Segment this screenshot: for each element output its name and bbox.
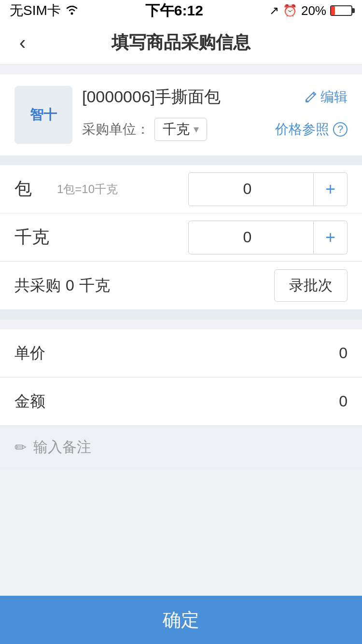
remark-placeholder: 输入备注 [33,437,91,457]
back-button[interactable]: ‹ [14,27,30,58]
total-row: 共采购 0 千克 录批次 [0,262,362,310]
product-name-row: [0000006]手撕面包 编辑 [82,86,348,108]
svg-point-0 [70,13,73,15]
batch-button[interactable]: 录批次 [274,269,348,302]
divider-2 [0,310,362,320]
price-ref-button[interactable]: 价格参照 ? [275,120,348,139]
price-ref-label: 价格参照 [275,120,329,139]
unit-price-label: 单价 [14,343,45,364]
amount-label: 金额 [14,391,45,412]
confirm-button[interactable]: 确定 [0,596,362,644]
price-info-section: 单价 0 金额 0 [0,329,362,426]
status-time: 下午6:12 [145,1,203,21]
bao-input[interactable] [188,172,314,206]
bao-hint: 1包=10千克 [57,182,188,197]
edit-label: 编辑 [320,88,348,106]
unit-value: 千克 [163,120,190,139]
pencil-icon: ✏ [14,439,27,456]
bao-plus-button[interactable]: + [314,172,348,206]
total-amount: 0 [66,277,74,294]
remark-section[interactable]: ✏ 输入备注 [0,426,362,469]
product-image: 智十 [14,86,72,144]
bao-input-control: + [188,172,348,206]
edit-button[interactable]: 编辑 [304,88,348,106]
alarm-icon: ⏰ [283,4,297,17]
product-logo-text: 智十 [30,106,57,124]
divider-1 [0,155,362,165]
battery-indicator [330,5,352,16]
unit-selector[interactable]: 千克 ▾ [154,118,207,141]
battery-percent: 20% [301,3,326,18]
nav-bar: ‹ 填写商品采购信息 [0,21,362,65]
edit-icon [304,90,318,104]
kg-row: 千克 + [0,213,362,262]
kg-input-control: + [188,221,348,254]
status-left: 无SIM卡 [10,1,79,20]
product-info: [0000006]手撕面包 编辑 采购单位： 千克 ▾ [82,86,348,141]
bao-label: 包 [14,177,53,201]
wifi-icon [65,3,79,18]
amount-value: 0 [339,392,348,410]
purchase-unit-label: 采购单位： [82,120,150,139]
product-card: 智十 [0000006]手撕面包 编辑 采购单位： 千克 [0,74,362,155]
status-right: ↗ ⏰ 20% [269,3,352,18]
kg-label: 千克 [14,225,53,249]
purchase-unit-row: 采购单位： 千克 ▾ 价格参照 ? [82,118,348,141]
input-section: 包 1包=10千克 + 千克 + 共采购 0 千克 录批次 [0,165,362,310]
page-title: 填写商品采购信息 [111,31,251,55]
unit-price-row: 单价 0 [0,329,362,378]
kg-input[interactable] [188,221,314,254]
location-icon: ↗ [269,4,279,17]
product-full-name: [0000006]手撕面包 [82,86,221,108]
amount-row: 金额 0 [0,378,362,426]
total-unit: 千克 [79,275,110,296]
kg-plus-button[interactable]: + [314,221,348,254]
status-bar: 无SIM卡 下午6:12 ↗ ⏰ 20% [0,0,362,21]
carrier-label: 无SIM卡 [10,1,61,20]
bao-row: 包 1包=10千克 + [0,165,362,213]
info-circle-icon: ? [333,122,348,137]
dropdown-arrow-icon: ▾ [194,123,199,136]
unit-price-value: 0 [339,344,348,362]
total-label: 共采购 [14,275,61,296]
